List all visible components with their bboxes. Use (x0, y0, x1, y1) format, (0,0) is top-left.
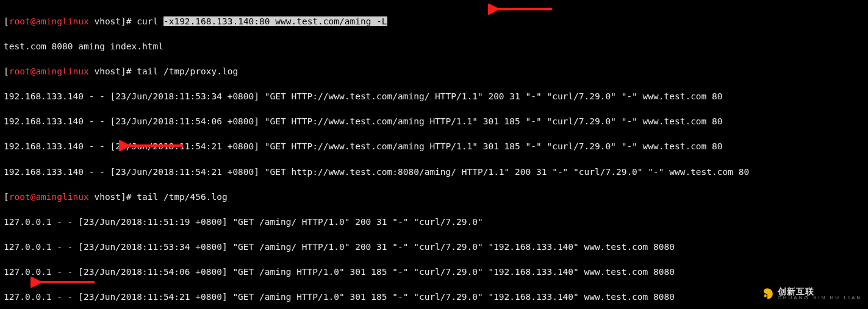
prompt-open: [ (4, 192, 9, 202)
prompt-open: [ (4, 16, 9, 26)
log-line-10: 127.0.0.1 - - [23/Jun/2018:11:53:34 +080… (4, 242, 675, 252)
prompt-dir: vhost (94, 66, 121, 76)
svg-point-3 (764, 294, 766, 297)
prompt-open: [ (4, 66, 9, 76)
watermark-text-en: CHUANG XIN HU LIAN (778, 296, 862, 300)
log-line-6: 192.168.133.140 - - [23/Jun/2018:11:54:2… (4, 141, 723, 151)
prompt-user-host: root@aminglinux (9, 66, 89, 76)
prompt-dir: vhost (94, 16, 121, 26)
cmd-tail-456: tail /tmp/456.log (137, 192, 227, 202)
cmd-tail-proxy: tail /tmp/proxy.log (137, 66, 238, 76)
prompt-close: ]# (121, 66, 137, 76)
prompt-user-host: root@aminglinux (9, 192, 89, 202)
cmd-curl-pre: curl (137, 16, 163, 26)
watermark-logo: 创新互联 CHUANG XIN HU LIAN (761, 287, 862, 300)
watermark-text-cn: 创新互联 (778, 287, 862, 296)
output-line-2: test.com 8080 aming index.html (4, 41, 163, 51)
log-line-9: 127.0.0.1 - - [23/Jun/2018:11:51:19 +080… (4, 217, 483, 227)
terminal-output[interactable]: [root@aminglinux vhost]# curl -x192.168.… (0, 0, 868, 309)
prompt-dir: vhost (94, 192, 121, 202)
prompt-close: ]# (121, 16, 137, 26)
prompt-close: ]# (121, 192, 137, 202)
log-line-7: 192.168.133.140 - - [23/Jun/2018:11:54:2… (4, 167, 749, 177)
cmd-curl-selection: -x192.168.133.140:80 www.test.com/aming … (163, 16, 387, 26)
watermark-icon (761, 287, 774, 300)
log-line-12: 127.0.0.1 - - [23/Jun/2018:11:54:21 +080… (4, 292, 675, 302)
log-line-11: 127.0.0.1 - - [23/Jun/2018:11:54:06 +080… (4, 267, 675, 277)
prompt-user-host: root@aminglinux (9, 16, 89, 26)
log-line-5: 192.168.133.140 - - [23/Jun/2018:11:54:0… (4, 116, 723, 126)
log-line-4: 192.168.133.140 - - [23/Jun/2018:11:53:3… (4, 91, 723, 101)
